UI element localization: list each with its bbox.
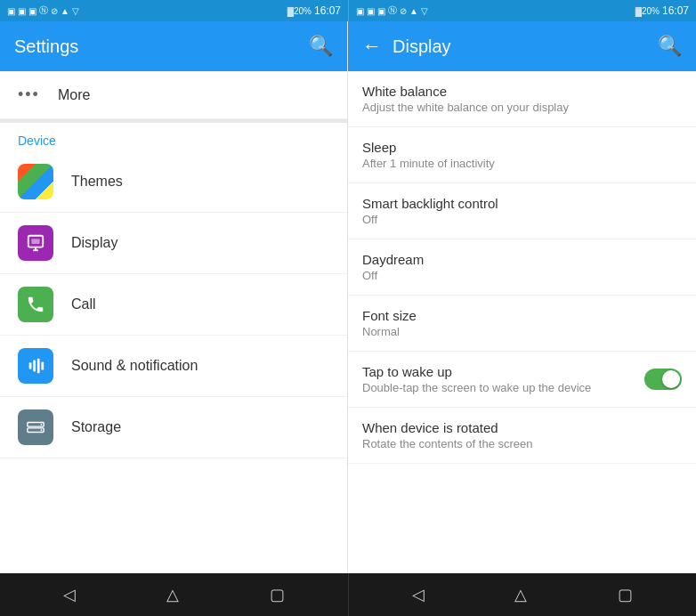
font-size-title: Font size <box>362 308 682 323</box>
display-settings-list: White balance Adjust the white balance o… <box>348 71 696 573</box>
settings-item-sound[interactable]: Sound & notification <box>0 336 347 397</box>
settings-item-display[interactable]: Display <box>0 213 347 274</box>
settings-title: Settings <box>14 36 78 57</box>
nav-bar: ◁ △ ▢ ◁ △ ▢ <box>0 573 696 616</box>
svg-rect-6 <box>37 359 40 374</box>
device-section-header: Device <box>0 123 347 151</box>
svg-rect-1 <box>31 239 39 244</box>
right-header: ← Display 🔍 <box>348 21 696 71</box>
more-dots-icon: ••• <box>18 85 40 104</box>
daydream-title: Daydream <box>362 252 682 267</box>
settings-item-themes[interactable]: Themes <box>0 151 347 213</box>
themes-icon <box>18 164 53 199</box>
themes-label: Themes <box>71 174 123 190</box>
settings-item-call[interactable]: Call <box>0 274 347 336</box>
left-status-right: ▓20% 16:07 <box>287 4 341 17</box>
right-recents-button[interactable]: ▢ <box>611 578 640 612</box>
right-status-icons: ▣ ▣ ▣ Ⓝ ⊘ ▲ ▽ <box>356 4 428 17</box>
display-search-icon[interactable]: 🔍 <box>658 35 682 58</box>
call-icon-svg <box>26 295 45 314</box>
tap-to-wake-toggle[interactable] <box>644 369 682 390</box>
tap-to-wake-subtitle: Double-tap the screen to wake up the dev… <box>362 381 644 394</box>
storage-label: Storage <box>71 419 121 435</box>
display-item-rotation[interactable]: When device is rotated Rotate the conten… <box>348 408 696 464</box>
display-item-white-balance[interactable]: White balance Adjust the white balance o… <box>348 71 696 127</box>
tap-to-wake-title: Tap to wake up <box>362 364 644 379</box>
settings-item-storage[interactable]: Storage <box>0 397 347 458</box>
storage-icon-svg <box>26 417 45 437</box>
font-size-subtitle: Normal <box>362 325 682 338</box>
sleep-title: Sleep <box>362 140 682 155</box>
back-button[interactable]: ← <box>362 35 382 58</box>
status-bar: ▣ ▣ ▣ Ⓝ ⊘ ▲ ▽ ▓20% 16:07 ▣ ▣ ▣ Ⓝ ⊘ ▲ ▽ ▓… <box>0 0 696 21</box>
toggle-knob <box>662 370 680 388</box>
left-header: Settings 🔍 <box>0 21 347 71</box>
display-item-sleep[interactable]: Sleep After 1 minute of inactivity <box>348 127 696 183</box>
rotation-subtitle: Rotate the contents of the screen <box>362 437 682 450</box>
left-recents-button[interactable]: ▢ <box>263 578 292 612</box>
left-panel: Settings 🔍 ••• More Device Themes <box>0 21 348 573</box>
left-back-button[interactable]: ◁ <box>56 578 83 612</box>
svg-rect-5 <box>33 361 36 372</box>
status-bar-left: ▣ ▣ ▣ Ⓝ ⊘ ▲ ▽ ▓20% 16:07 <box>0 0 348 21</box>
right-panel: ← Display 🔍 White balance Adjust the whi… <box>348 21 696 573</box>
left-home-button[interactable]: △ <box>159 578 186 612</box>
storage-icon <box>18 409 53 445</box>
display-item-smart-backlight[interactable]: Smart backlight control Off <box>348 183 696 239</box>
left-status-icons: ▣ ▣ ▣ Ⓝ ⊘ ▲ ▽ <box>7 4 79 17</box>
sound-icon-svg <box>26 356 45 376</box>
right-header-left: ← Display <box>362 35 451 58</box>
right-nav: ◁ △ ▢ <box>348 573 696 616</box>
display-icon <box>18 225 53 261</box>
rotation-title: When device is rotated <box>362 420 682 435</box>
right-back-button[interactable]: ◁ <box>405 578 432 612</box>
smart-backlight-title: Smart backlight control <box>362 196 682 211</box>
display-title: Display <box>393 36 451 57</box>
left-nav: ◁ △ ▢ <box>0 573 348 616</box>
status-bar-right: ▣ ▣ ▣ Ⓝ ⊘ ▲ ▽ ▓20% 16:07 <box>348 0 696 21</box>
white-balance-title: White balance <box>362 84 682 99</box>
display-icon-svg <box>26 233 45 253</box>
display-item-tap-to-wake[interactable]: Tap to wake up Double-tap the screen to … <box>348 352 696 408</box>
svg-rect-7 <box>41 361 44 369</box>
daydream-subtitle: Off <box>362 269 682 282</box>
display-item-daydream[interactable]: Daydream Off <box>348 239 696 296</box>
settings-search-icon[interactable]: 🔍 <box>309 35 333 58</box>
right-status-right: ▓20% 16:07 <box>635 4 689 17</box>
svg-point-10 <box>41 424 43 426</box>
right-home-button[interactable]: △ <box>507 578 534 612</box>
display-item-font-size[interactable]: Font size Normal <box>348 296 696 352</box>
more-item[interactable]: ••• More <box>0 71 347 119</box>
call-label: Call <box>71 296 96 312</box>
call-icon <box>18 287 53 322</box>
svg-point-11 <box>41 429 43 431</box>
display-label: Display <box>71 235 117 251</box>
svg-rect-4 <box>29 362 32 369</box>
sound-label: Sound & notification <box>71 358 198 374</box>
sleep-subtitle: After 1 minute of inactivity <box>362 157 682 170</box>
sound-icon <box>18 348 53 384</box>
white-balance-subtitle: Adjust the white balance on your display <box>362 101 682 114</box>
more-label: More <box>58 87 90 103</box>
smart-backlight-subtitle: Off <box>362 213 682 226</box>
